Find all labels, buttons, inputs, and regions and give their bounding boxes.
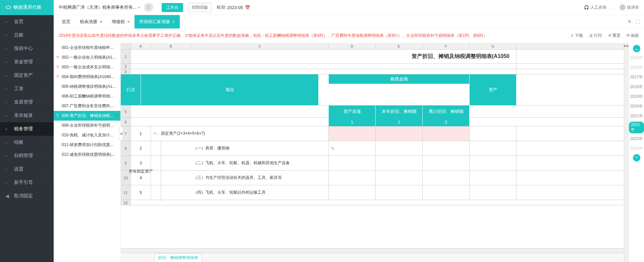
tab-增值税[interactable]: 增值税×	[107, 15, 135, 28]
year-item[interactable]: 2017年	[630, 73, 643, 81]
h-scrollbar-area[interactable]	[121, 248, 629, 253]
year-down-button[interactable]: ︾	[633, 154, 640, 161]
switch-old-button[interactable]: 切到旧版	[188, 3, 212, 12]
sidebar-item-fund[interactable]: ▫资金管理›	[0, 55, 54, 69]
cell[interactable]	[470, 185, 517, 200]
company-file-icon[interactable]: ☰	[144, 3, 153, 12]
download-button[interactable]: ⇩下载	[571, 32, 583, 39]
main-panel: 001-企业所得税年度纳税申...?002-一般企业收入明细表(A1...?00…	[54, 43, 644, 262]
row-header[interactable]: 3	[121, 69, 131, 74]
form-list-item[interactable]: 001-企业所得税年度纳税申...	[54, 43, 120, 53]
form-list-item[interactable]: 012-减免所得税优惠明细表(...	[54, 150, 120, 159]
refresh-button[interactable]: ⟳刷新	[627, 32, 639, 39]
cell[interactable]	[470, 126, 517, 141]
form-list-item[interactable]: ?003-一般企业成本支出明细...	[54, 62, 120, 72]
sheet-body[interactable]: 1资产折旧、摊销及纳税调整明细表(A1050234行次项目账载金额资产5资产原值…	[121, 50, 629, 248]
col-header[interactable]: C	[191, 43, 329, 49]
sidebar-item-invoice[interactable]: ▫发票管理›	[0, 95, 54, 109]
sidebar-item-report[interactable]: ▫报表中心›	[0, 42, 54, 55]
cell[interactable]: ✎	[329, 141, 376, 155]
select-all-corner[interactable]	[121, 43, 131, 49]
reset-button[interactable]: ↺重置	[608, 32, 621, 39]
sidebar-item-home[interactable]: ▫首页	[0, 15, 54, 28]
cell[interactable]	[376, 171, 423, 185]
col-header[interactable]: A	[131, 43, 151, 49]
sidebar-item-asset[interactable]: ▫固定资产›	[0, 69, 54, 82]
print-button[interactable]: 🖨打印	[589, 32, 602, 39]
row-header[interactable]: 5	[121, 106, 131, 117]
cell[interactable]	[423, 126, 470, 141]
cancel-pin-button[interactable]: ◀取消固定	[0, 189, 54, 203]
form-list-item[interactable]: 009-企业所得税弥补亏损明...	[54, 121, 120, 130]
form-list-item[interactable]: 007-广告费和业务宣传费跨...	[54, 101, 120, 111]
year-item[interactable]: 2019年	[630, 92, 643, 101]
cell[interactable]	[329, 185, 376, 200]
cell[interactable]	[329, 126, 376, 141]
cell[interactable]	[470, 171, 517, 185]
cell[interactable]	[423, 171, 470, 185]
logo-icon	[5, 4, 12, 11]
cell[interactable]	[376, 126, 423, 141]
year-item[interactable]: 2023年	[630, 135, 643, 143]
tab-所得税汇算清缴[interactable]: 所得税汇算清缴×	[135, 15, 179, 28]
cell[interactable]	[470, 141, 517, 155]
close-all-icon[interactable]: ✕	[627, 18, 632, 25]
support-button[interactable]: 🎧 人工咨询	[584, 5, 606, 10]
top-header: 畅捷通易代账 中税网通广泽（天津）税务师事务所有... ▾ ☰ 工作台 切到旧版…	[0, 0, 644, 15]
tab-首页[interactable]: 首页	[57, 15, 75, 28]
sidebar-item-guide[interactable]: ▫新手引导›	[0, 176, 54, 189]
fullscreen-icon[interactable]: ⛶	[636, 19, 640, 24]
col-header[interactable]: F	[423, 43, 470, 49]
col-header[interactable]: G	[470, 43, 517, 49]
row-header[interactable]: 6	[121, 118, 131, 126]
col-header[interactable]: D	[329, 43, 376, 49]
row-header[interactable]: 1	[121, 50, 131, 63]
sidebar-item-settings[interactable]: ▫设置›	[0, 162, 54, 176]
cell[interactable]	[376, 156, 423, 170]
year-item[interactable]: 2020年	[630, 102, 643, 111]
cell[interactable]	[329, 171, 376, 185]
tab-税表清册[interactable]: 税表清册×	[75, 15, 107, 28]
nav-right-icon[interactable]: ▶▶	[624, 43, 629, 49]
chevron-right-icon: ›	[47, 47, 48, 51]
year-item[interactable]: 2022年	[629, 122, 644, 133]
sheet-right-nav[interactable]: ▶▶	[624, 43, 629, 262]
cell[interactable]	[329, 156, 376, 170]
cell[interactable]	[376, 141, 423, 155]
col-header[interactable]: B	[151, 43, 191, 49]
sidebar-item-ledger[interactable]: ▫总账›	[0, 28, 54, 42]
sidebar-item-close-acct[interactable]: ▫结账›	[0, 136, 54, 149]
form-list-item[interactable]: ?002-一般企业收入明细表(A1...	[54, 53, 120, 62]
cell[interactable]	[423, 185, 470, 200]
col-header[interactable]: E	[376, 43, 423, 49]
close-icon[interactable]: ×	[100, 19, 102, 24]
year-item[interactable]: 2021年	[630, 112, 643, 120]
form-list-item[interactable]: 005-纳税调整项目明细表(A1...	[54, 82, 120, 91]
row-header[interactable]: 2	[121, 64, 131, 69]
collapse-sidebar-button[interactable]: ◀	[119, 127, 123, 140]
sheet-tab[interactable]: 折旧、摊销调整明细表	[154, 254, 202, 262]
form-list-item[interactable]: ?008-资产折旧、摊销及纳税...✎	[54, 111, 120, 121]
sidebar-item-inventory[interactable]: ▫库存核算›	[0, 109, 54, 122]
sidebar-item-archive[interactable]: ▫归档管理›	[0, 149, 54, 162]
form-list-item[interactable]: ?004-期间费用明细表(A1040...	[54, 72, 120, 82]
user-menu[interactable]: 徐泽华	[620, 4, 639, 10]
year-item[interactable]: 2018年	[630, 83, 643, 91]
tax-icon: ▫	[5, 126, 11, 132]
cell[interactable]	[423, 156, 470, 170]
company-select[interactable]: 中税网通广泽（天津）税务师事务所有... ▾	[59, 4, 140, 10]
cell[interactable]	[376, 185, 423, 200]
close-icon[interactable]: ×	[172, 19, 175, 24]
cell[interactable]	[470, 156, 517, 170]
sidebar-item-tax[interactable]: ▫税务管理	[0, 122, 54, 136]
close-icon[interactable]: ×	[127, 19, 130, 24]
form-list-item[interactable]: 011-研发费用加计扣除优惠...	[54, 140, 120, 150]
cell[interactable]	[423, 141, 470, 155]
calendar-icon[interactable]: 📅	[245, 5, 250, 10]
form-list-item[interactable]: 010-免税、减计收入及加计...	[54, 130, 120, 140]
year-up-button[interactable]: ︽	[633, 45, 640, 52]
sidebar-item-salary[interactable]: ▫工资›	[0, 82, 54, 95]
salary-icon: ▫	[5, 86, 11, 91]
workspace-button[interactable]: 工作台	[162, 3, 183, 12]
form-list-item[interactable]: 006-职工薪酬纳税调整明细...	[54, 91, 120, 101]
